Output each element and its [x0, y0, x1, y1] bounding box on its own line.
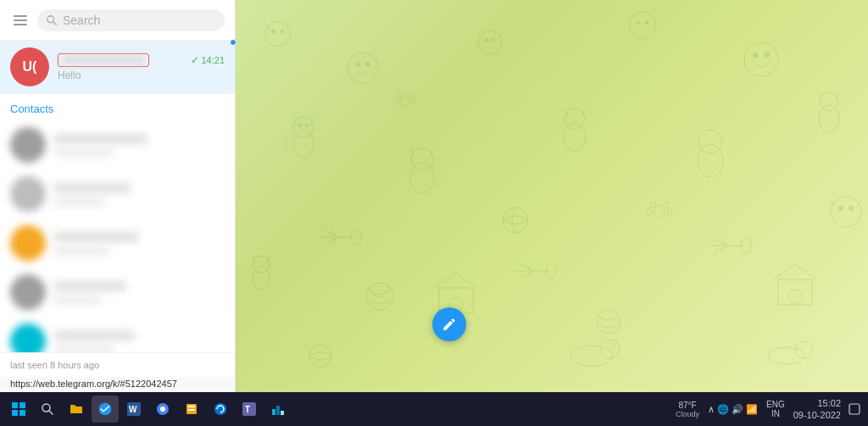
taskbar-chrome-button[interactable] [149, 396, 176, 423]
contact-info [54, 232, 225, 255]
contact-name [54, 330, 135, 340]
notification-center-button[interactable] [846, 401, 863, 418]
taskbar-stats-button[interactable] [264, 396, 292, 423]
svg-point-10 [492, 38, 495, 41]
start-button[interactable] [5, 396, 32, 423]
svg-point-58 [253, 256, 270, 273]
svg-rect-61 [12, 410, 18, 416]
contact-sub [54, 148, 114, 157]
temperature-text: 87°F [678, 401, 696, 410]
sidebar: Search U( ✓ 14:21 Hello [0, 0, 236, 392]
svg-point-24 [565, 108, 585, 129]
svg-point-6 [356, 63, 360, 67]
date-display: 09-10-2022 [793, 409, 841, 421]
svg-rect-77 [276, 406, 280, 415]
svg-point-14 [744, 42, 778, 76]
time-value: 14:21 [201, 55, 225, 65]
svg-point-22 [411, 148, 433, 170]
language-text: ENG [766, 400, 785, 409]
chat-name-blurred [61, 55, 146, 65]
taskbar-file-explorer-button[interactable] [63, 396, 90, 423]
svg-point-12 [637, 21, 640, 25]
svg-point-49 [309, 345, 331, 367]
svg-rect-76 [272, 409, 275, 415]
svg-line-1 [53, 21, 57, 25]
chat-area [236, 0, 868, 392]
svg-point-5 [348, 53, 378, 83]
language-indicator[interactable]: ENG IN [766, 400, 785, 418]
svg-point-37 [788, 290, 802, 303]
contact-info [54, 281, 225, 304]
svg-point-18 [293, 117, 314, 137]
compose-fab-button[interactable] [432, 307, 466, 341]
contact-sub [54, 246, 109, 255]
search-placeholder: Search [63, 14, 100, 27]
taskbar-search-button[interactable] [34, 396, 61, 423]
clock-widget[interactable]: 15:02 09-10-2022 [793, 397, 841, 422]
svg-point-47 [412, 99, 416, 105]
contact-info [54, 330, 225, 353]
svg-rect-36 [778, 279, 812, 305]
taskbar-files-button[interactable] [178, 396, 205, 423]
contact-info [54, 183, 225, 206]
list-item[interactable] [0, 268, 235, 317]
search-icon [41, 402, 54, 416]
sidebar-header: Search [0, 0, 235, 41]
svg-point-27 [819, 105, 839, 132]
avatar [10, 127, 46, 163]
svg-point-21 [410, 163, 434, 193]
list-item[interactable] [0, 120, 235, 169]
language-region: IN [771, 409, 780, 418]
active-chat-item[interactable]: U( ✓ 14:21 Hello [0, 41, 235, 94]
wifi-icon[interactable]: 📶 [746, 404, 758, 415]
volume-icon[interactable]: 🔊 [732, 404, 743, 415]
svg-point-57 [253, 266, 270, 290]
system-tray: 87°F Cloudy ∧ 🌐 🔊 📶 ENG IN 15:02 09-10-2… [676, 397, 863, 422]
svg-point-28 [820, 92, 838, 111]
weather-widget[interactable]: 87°F Cloudy [676, 401, 699, 418]
svg-point-33 [597, 310, 620, 334]
taskbar-word-button[interactable]: W [120, 396, 147, 423]
chevron-up-icon[interactable]: ∧ [708, 404, 715, 415]
list-item[interactable] [0, 169, 235, 219]
notification-icon [849, 403, 860, 415]
contact-list[interactable] [0, 120, 235, 352]
list-item[interactable] [0, 317, 235, 352]
svg-point-52 [768, 347, 805, 364]
svg-point-56 [849, 207, 854, 211]
search-bar[interactable]: Search [37, 9, 225, 31]
stats-icon [271, 402, 285, 416]
contact-name [54, 183, 131, 193]
list-item[interactable] [0, 219, 235, 268]
taskbar-edge-button[interactable] [207, 396, 234, 423]
network-icon[interactable]: 🌐 [717, 404, 729, 415]
contact-name [54, 232, 139, 242]
svg-point-26 [698, 130, 722, 153]
contact-name [54, 134, 147, 144]
avatar [10, 324, 46, 352]
check-icon: ✓ [191, 54, 199, 66]
svg-point-55 [839, 207, 843, 211]
url-bar: https://web.telegram.org/k/#5122042457 [0, 377, 235, 392]
last-seen-text: last seen 8 hours ago [10, 360, 99, 370]
svg-point-38 [654, 205, 665, 219]
contact-name [54, 281, 126, 291]
svg-point-40 [664, 202, 669, 208]
svg-point-20 [305, 124, 309, 127]
svg-point-15 [753, 53, 758, 58]
last-seen-footer: last seen 8 hours ago [0, 352, 235, 377]
avatar [10, 176, 46, 212]
svg-rect-79 [849, 404, 860, 414]
svg-text:T: T [245, 405, 250, 414]
svg-point-3 [272, 30, 275, 33]
windows-logo-icon [12, 402, 25, 416]
taskbar-telegram-button[interactable] [92, 396, 119, 423]
svg-point-7 [366, 63, 370, 67]
contact-sub [54, 296, 101, 304]
chat-preview: Hello [58, 69, 225, 81]
hamburger-button[interactable] [10, 12, 31, 29]
svg-point-41 [647, 208, 652, 215]
taskbar-teams-button[interactable]: T [236, 396, 263, 423]
contact-sub [54, 345, 114, 353]
svg-point-8 [478, 30, 502, 54]
